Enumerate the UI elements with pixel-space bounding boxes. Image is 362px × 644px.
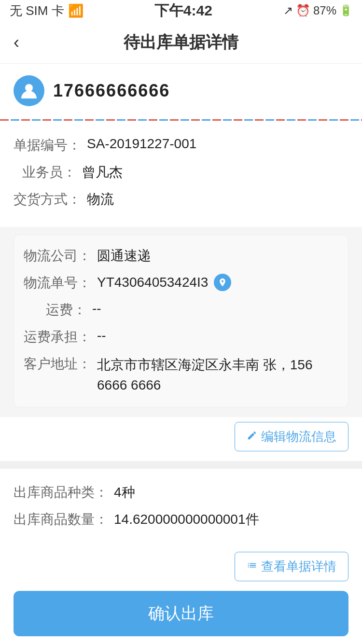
goods-types-value: 4种	[114, 483, 135, 502]
status-time: 下午4:42	[154, 1, 212, 21]
address-label: 客户地址：	[24, 355, 91, 373]
logistics-company-value: 圆通速递	[97, 247, 338, 265]
delivery-value: 物流	[87, 190, 348, 209]
alarm-icon: ⏰	[296, 4, 310, 17]
view-detail-label: 查看单据详情	[261, 558, 336, 575]
goods-types-row: 出库商品种类： 4种	[14, 483, 348, 502]
status-bar: 无 SIM 卡 📶 下午4:42 ↗ ⏰ 87% 🔋	[0, 0, 362, 21]
address-value: 北京市市辖区海淀区永丰南 张，156 6666 6666	[97, 355, 338, 395]
list-icon	[247, 559, 257, 574]
customer-phone: 17666666666	[53, 81, 170, 101]
goods-types-label: 出库商品种类：	[14, 483, 108, 502]
tracking-number-value: YT43064053424I3	[97, 274, 338, 291]
logistics-company-row: 物流公司： 圆通速递	[24, 247, 338, 265]
wifi-icon: 📶	[68, 3, 84, 18]
freight-value: --	[92, 301, 338, 316]
salesman-value: 曾凡杰	[82, 163, 348, 182]
freight-bear-value: --	[97, 328, 338, 343]
back-button[interactable]: ‹	[14, 32, 19, 53]
delivery-row: 交货方式： 物流	[14, 190, 348, 209]
page-title: 待出库单据详情	[124, 31, 238, 54]
goods-quantity-label: 出库商品数量：	[14, 510, 108, 529]
battery-icon: 🔋	[339, 4, 352, 17]
edit-btn-row: 编辑物流信息	[0, 417, 362, 461]
order-number-value: SA-20191227-001	[87, 136, 348, 152]
status-left: 无 SIM 卡 📶	[10, 2, 84, 19]
status-right: ↗ ⏰ 87% 🔋	[283, 4, 352, 17]
tracking-location-icon[interactable]	[214, 274, 231, 291]
goods-section: 出库商品种类： 4种 出库商品数量： 14.620000000000001件	[0, 469, 362, 547]
goods-quantity-value: 14.620000000000001件	[114, 510, 259, 529]
dashed-divider	[0, 118, 362, 122]
logistics-card: 物流公司： 圆通速递 物流单号： YT43064053424I3 运费： -- …	[14, 235, 348, 407]
section-separator	[0, 461, 362, 469]
customer-header: 17666666666	[0, 64, 362, 118]
avatar	[14, 75, 44, 106]
edit-logistics-label: 编辑物流信息	[261, 428, 336, 445]
address-row: 客户地址： 北京市市辖区海淀区永丰南 张，156 6666 6666	[24, 355, 338, 395]
logistics-company-label: 物流公司：	[24, 247, 91, 265]
freight-bear-row: 运费承担： --	[24, 328, 338, 346]
salesman-row: 业务员： 曾凡杰	[14, 163, 348, 182]
freight-label: 运费：	[24, 301, 86, 319]
confirm-outbound-button[interactable]: 确认出库	[14, 591, 348, 636]
goods-quantity-row: 出库商品数量： 14.620000000000001件	[14, 510, 348, 529]
order-number-row: 单据编号： SA-20191227-001	[14, 136, 348, 154]
order-number-label: 单据编号：	[14, 136, 81, 154]
view-detail-button[interactable]: 查看单据详情	[235, 552, 348, 581]
tracking-number-label: 物流单号：	[24, 274, 91, 292]
salesman-label: 业务员：	[14, 163, 76, 182]
order-info-section: 单据编号： SA-20191227-001 业务员： 曾凡杰 交货方式： 物流	[0, 122, 362, 227]
battery-level: 87%	[313, 4, 336, 17]
sim-status: 无 SIM 卡	[10, 2, 64, 19]
confirm-btn-container: 确认出库	[0, 583, 362, 644]
svg-point-0	[25, 84, 33, 92]
freight-row: 运费： --	[24, 301, 338, 319]
nav-bar: ‹ 待出库单据详情	[0, 21, 362, 64]
edit-icon	[247, 429, 257, 444]
location-status-icon: ↗	[283, 4, 293, 17]
delivery-label: 交货方式：	[14, 190, 81, 209]
freight-bear-label: 运费承担：	[24, 328, 91, 346]
tracking-number-row: 物流单号： YT43064053424I3	[24, 274, 338, 292]
edit-logistics-button[interactable]: 编辑物流信息	[235, 422, 348, 451]
